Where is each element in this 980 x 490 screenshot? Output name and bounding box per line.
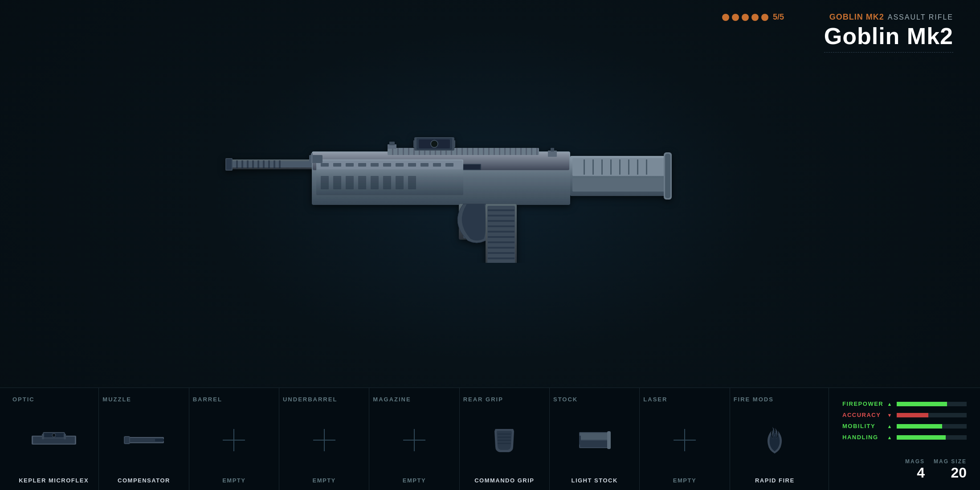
slot-category-magazine: MAGAZINE [373, 396, 411, 403]
stat-bar-bg-accuracy [897, 413, 967, 417]
slot-label-laser: EMPTY [673, 477, 696, 484]
level-indicator: 5/5 [722, 12, 784, 22]
slot-underbarrel[interactable]: UNDERBARREL EMPTY [279, 388, 369, 490]
mags-block: MAGS 4 [905, 458, 925, 481]
stat-row-handling: HANDLING ▲ [842, 434, 967, 441]
slot-icon-area-muzzle [102, 407, 185, 473]
svg-rect-8 [257, 160, 259, 168]
svg-rect-66 [488, 231, 514, 233]
svg-rect-102 [346, 176, 354, 189]
svg-rect-64 [488, 220, 514, 222]
svg-rect-69 [488, 247, 514, 249]
svg-rect-84 [646, 159, 647, 175]
stat-name-firepower: FIREPOWER [842, 400, 882, 407]
svg-rect-36 [499, 148, 500, 155]
svg-rect-96 [408, 163, 416, 167]
svg-rect-119 [42, 434, 44, 439]
svg-rect-126 [498, 433, 511, 435]
stat-name-handling: HANDLING [842, 434, 882, 441]
slot-optic[interactable]: OPTIC KEPLER MICROFLEX [9, 388, 99, 490]
svg-rect-133 [607, 431, 611, 449]
level-dot-3 [742, 14, 749, 21]
svg-rect-86 [665, 154, 670, 198]
slot-icon-area-laser [643, 407, 726, 473]
slot-category-muzzle: MUZZLE [102, 396, 131, 403]
weapon-type: ASSAULT RIFLE [888, 13, 953, 21]
attachments-bar: OPTIC KEPLER MICROFLEX MUZZLE [0, 388, 980, 490]
svg-rect-77 [584, 159, 585, 175]
svg-rect-109 [311, 153, 313, 163]
svg-rect-134 [579, 436, 581, 445]
slot-fire-mods[interactable]: FIRE MODS RAPID FIRE [730, 388, 820, 490]
slot-laser[interactable]: LASER EMPTY [640, 388, 730, 490]
svg-rect-107 [408, 176, 416, 189]
svg-rect-7 [252, 160, 254, 168]
stat-arrow-firepower: ▲ [887, 401, 892, 407]
stats-extras: MAGS 4 MAG SIZE 20 [842, 458, 967, 481]
stock-icon [577, 427, 612, 453]
slot-label-magazine: EMPTY [403, 477, 426, 484]
stat-row-accuracy: ACCURACY ▼ [842, 412, 967, 418]
gun-svg [200, 94, 780, 263]
slot-label-fire-mods: RAPID FIRE [755, 477, 795, 484]
slot-category-optic: OPTIC [12, 396, 35, 403]
svg-rect-5 [241, 160, 243, 168]
svg-rect-89 [321, 163, 329, 167]
svg-rect-93 [371, 163, 379, 167]
slot-icon-area-optic [12, 407, 95, 473]
svg-rect-67 [488, 236, 514, 238]
slot-icon-area-magazine [373, 407, 455, 473]
stat-bar-fill-mobility [897, 424, 942, 429]
stat-arrow-accuracy: ▼ [887, 412, 892, 418]
slot-label-underbarrel: EMPTY [313, 477, 336, 484]
svg-rect-82 [628, 159, 629, 175]
svg-rect-61 [487, 206, 515, 263]
svg-rect-120 [64, 434, 66, 439]
slot-stock[interactable]: STOCK LIGHT STOCK [550, 388, 640, 490]
svg-rect-78 [592, 159, 594, 175]
svg-rect-29 [461, 148, 463, 155]
slot-label-rear-grip: COMMANDO GRIP [474, 477, 534, 484]
svg-rect-62 [488, 209, 514, 211]
svg-rect-110 [548, 151, 557, 157]
level-dot-2 [732, 14, 739, 21]
stats-list: FIREPOWER ▲ ACCURACY ▼ MOBILITY ▲ [842, 400, 967, 441]
svg-rect-43 [536, 148, 538, 155]
svg-rect-18 [403, 148, 404, 155]
svg-rect-131 [580, 433, 609, 440]
magazine-empty-icon [403, 429, 425, 451]
slot-icon-area-stock [553, 407, 636, 473]
svg-rect-97 [421, 163, 429, 167]
slot-magazine[interactable]: MAGAZINE EMPTY [369, 388, 459, 490]
slot-barrel[interactable]: BARREL EMPTY [189, 388, 279, 490]
level-fraction: 5/5 [773, 12, 784, 22]
svg-rect-101 [333, 176, 341, 189]
svg-point-47 [431, 140, 438, 147]
slot-icon-area-rear-grip [463, 407, 546, 473]
svg-rect-129 [498, 443, 511, 444]
title-area: GOBLIN MK2 ASSAULT RIFLE Goblin Mk2 [824, 12, 953, 53]
stat-bar-bg-mobility [897, 424, 967, 429]
svg-rect-124 [125, 437, 129, 443]
stat-bar-bg-firepower [897, 402, 967, 406]
svg-rect-28 [456, 148, 457, 155]
slot-muzzle[interactable]: MUZZLE COMPENSATOR [99, 388, 189, 490]
svg-rect-90 [333, 163, 341, 167]
muzzle-icon [122, 429, 166, 451]
svg-rect-34 [488, 148, 490, 155]
stat-name-mobility: MOBILITY [842, 423, 882, 429]
mag-size-block: MAG SIZE 20 [934, 458, 967, 481]
stat-name-accuracy: ACCURACY [842, 412, 882, 418]
slot-rear-grip[interactable]: REAR GRIP COMMANDO GRIP [460, 388, 550, 490]
stat-arrow-handling: ▲ [887, 435, 892, 440]
stat-bar-fill-handling [897, 435, 946, 440]
stat-row-firepower: FIREPOWER ▲ [842, 400, 967, 407]
svg-rect-35 [494, 148, 495, 155]
svg-rect-30 [467, 148, 468, 155]
svg-rect-94 [383, 163, 391, 167]
fire-mods-icon [764, 425, 786, 456]
svg-rect-127 [498, 437, 511, 438]
svg-rect-17 [397, 148, 399, 155]
optic-icon [29, 428, 78, 452]
svg-rect-37 [504, 148, 506, 155]
